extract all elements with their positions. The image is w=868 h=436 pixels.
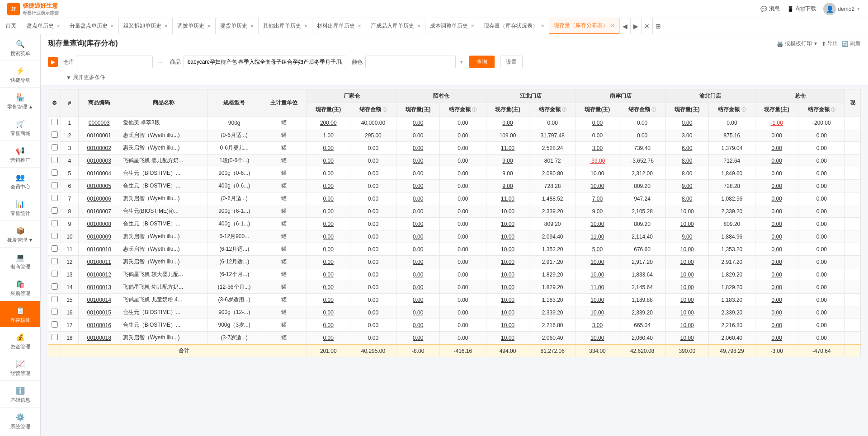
sidebar-item-inventory[interactable]: 📋 库存核算: [0, 301, 40, 328]
cell-tot-qty[interactable]: 0.00: [755, 230, 798, 243]
cell-checkbox[interactable]: [48, 294, 61, 306]
cell-c5-qty[interactable]: 10.00: [665, 319, 708, 332]
search-button[interactable]: 查询: [469, 56, 495, 68]
product-input[interactable]: [184, 56, 346, 68]
cell-c5-qty[interactable]: 8.00: [665, 155, 708, 167]
cell-checkbox[interactable]: [48, 155, 61, 167]
cell-c3-qty[interactable]: 10.00: [486, 268, 529, 281]
cell-c4-qty[interactable]: 10.00: [576, 218, 619, 230]
cell-c5-qty[interactable]: 3.00: [665, 129, 708, 142]
cell-code[interactable]: 00100010: [78, 243, 120, 256]
cell-checkbox[interactable]: [48, 192, 61, 205]
cell-c4-qty[interactable]: 0.00: [576, 117, 619, 129]
cell-code[interactable]: 00100015: [78, 306, 120, 319]
cell-tot-qty[interactable]: 0.00: [755, 129, 798, 142]
warehouse-input[interactable]: [77, 56, 153, 68]
cell-c5-qty[interactable]: 10.00: [665, 243, 708, 256]
close-icon[interactable]: ✕: [304, 23, 307, 28]
cell-c2-qty[interactable]: 0.00: [396, 167, 439, 180]
cell-c1-qty[interactable]: 0.00: [307, 281, 350, 294]
cell-c4-qty[interactable]: 7.00: [576, 192, 619, 205]
cell-c5-qty[interactable]: 8.00: [665, 192, 708, 205]
cell-c2-qty[interactable]: 0.00: [396, 306, 439, 319]
cell-c4-qty[interactable]: 0.00: [576, 129, 619, 142]
cell-tot-qty[interactable]: 0.00: [755, 268, 798, 281]
cell-tot-qty[interactable]: 0.00: [755, 192, 798, 205]
cell-c5-qty[interactable]: 10.00: [665, 294, 708, 306]
cell-code[interactable]: 00100002: [78, 142, 120, 155]
cell-code[interactable]: 00100003: [78, 155, 120, 167]
cell-tot-qty[interactable]: 0.00: [755, 306, 798, 319]
cell-code[interactable]: 00100005: [78, 180, 120, 192]
cell-tot-qty[interactable]: 0.00: [755, 294, 798, 306]
cell-c1-qty[interactable]: 0.00: [307, 332, 350, 345]
cell-c5-qty[interactable]: 9.00: [665, 180, 708, 192]
cell-c3-qty[interactable]: 10.00: [486, 281, 529, 294]
cell-c5-qty[interactable]: 10.00: [665, 256, 708, 268]
refresh-btn[interactable]: 🔄 刷新: [842, 40, 861, 47]
cell-c1-qty[interactable]: 1.00: [307, 129, 350, 142]
cell-c4-qty[interactable]: -39.00: [576, 155, 619, 167]
cell-c1-qty[interactable]: 0.00: [307, 192, 350, 205]
cell-tot-qty[interactable]: 0.00: [755, 155, 798, 167]
cell-c2-qty[interactable]: 0.00: [396, 142, 439, 155]
cell-c1-qty[interactable]: 0.00: [307, 230, 350, 243]
tab-stock-dist[interactable]: 现存量（库存分布表） ✕: [549, 18, 619, 34]
cell-checkbox[interactable]: [48, 142, 61, 155]
tab-requisition[interactable]: 要货单历史 ✕: [216, 18, 259, 34]
cell-checkbox[interactable]: [48, 319, 61, 332]
cell-code[interactable]: 00100018: [78, 332, 120, 345]
warehouse-ellipsis-btn[interactable]: ···: [156, 58, 165, 66]
cell-c3-qty[interactable]: 9.00: [486, 155, 529, 167]
tab-transfer[interactable]: 调拨单历史 ✕: [173, 18, 216, 34]
sidebar-item-ecommerce[interactable]: 💻 电商管理: [0, 248, 40, 274]
cell-c1-qty[interactable]: 0.00: [307, 205, 350, 218]
cell-c3-qty[interactable]: 10.00: [486, 230, 529, 243]
cell-c5-qty[interactable]: 8.00: [665, 167, 708, 180]
cell-c4-qty[interactable]: 5.00: [576, 243, 619, 256]
cell-tot-qty[interactable]: 0.00: [755, 167, 798, 180]
cell-c3-qty[interactable]: 10.00: [486, 256, 529, 268]
th-settings[interactable]: ⚙: [48, 89, 61, 117]
cell-c3-qty[interactable]: 10.00: [486, 294, 529, 306]
expand-conditions-btn[interactable]: ▼ 展开更多条件: [66, 74, 105, 81]
cell-c1-qty[interactable]: 0.00: [307, 243, 350, 256]
cell-c5-qty[interactable]: 10.00: [665, 332, 708, 345]
tab-other-out[interactable]: 其他出库单历史 ✕: [259, 18, 312, 34]
cell-c2-qty[interactable]: 0.00: [396, 294, 439, 306]
cell-c2-qty[interactable]: 0.00: [396, 180, 439, 192]
cell-code[interactable]: 00100011: [78, 256, 120, 268]
sidebar-item-wholesale[interactable]: 📦 批发管理 ▼: [0, 221, 40, 248]
cell-tot-qty[interactable]: 0.00: [755, 243, 798, 256]
sidebar-item-retail-shop[interactable]: 🛒 零售商城: [0, 114, 40, 141]
tab-inventory-count[interactable]: 盘点单历史 ✕: [22, 18, 65, 34]
sidebar-item-member[interactable]: 👥 会员中心: [0, 168, 40, 194]
sidebar-item-operations[interactable]: 📈 经营管理: [0, 354, 40, 381]
cell-checkbox[interactable]: [48, 129, 61, 142]
tab-cost-adjust[interactable]: 成本调整单历史 ✕: [425, 18, 479, 34]
cell-c1-qty[interactable]: 0.00: [307, 319, 350, 332]
cell-code[interactable]: 00100014: [78, 294, 120, 306]
sidebar-item-system[interactable]: ⚙️ 系统管理: [0, 408, 40, 434]
cell-checkbox[interactable]: [48, 332, 61, 345]
sidebar-item-marketing[interactable]: 📢 营销推广: [0, 141, 40, 168]
sidebar-item-enterprise[interactable]: 🤝 企业协同: [0, 434, 40, 436]
cell-c1-qty[interactable]: 0.00: [307, 268, 350, 281]
cell-checkbox[interactable]: [48, 256, 61, 268]
tab-prev-btn[interactable]: ◀: [619, 18, 630, 34]
tab-close-all-btn[interactable]: ✕: [641, 18, 652, 34]
cell-c5-qty[interactable]: 9.00: [665, 230, 708, 243]
cell-code[interactable]: 00100012: [78, 268, 120, 281]
cell-checkbox[interactable]: [48, 218, 61, 230]
tab-product-in[interactable]: 产成品入库单历史 ✕: [366, 18, 425, 34]
close-icon[interactable]: ✕: [110, 23, 114, 28]
tab-sub-count[interactable]: 分量盘点单历史 ✕: [65, 18, 119, 34]
cell-checkbox[interactable]: [48, 167, 61, 180]
cell-c4-qty[interactable]: 10.00: [576, 306, 619, 319]
cell-checkbox[interactable]: [48, 243, 61, 256]
close-icon[interactable]: ✕: [250, 23, 254, 28]
sidebar-item-retail-mgmt[interactable]: 🏪 零售管理 ▲: [0, 88, 40, 114]
message-btn[interactable]: 💬 消息: [760, 5, 780, 13]
cell-checkbox[interactable]: [48, 268, 61, 281]
cell-c4-qty[interactable]: 11.00: [576, 281, 619, 294]
